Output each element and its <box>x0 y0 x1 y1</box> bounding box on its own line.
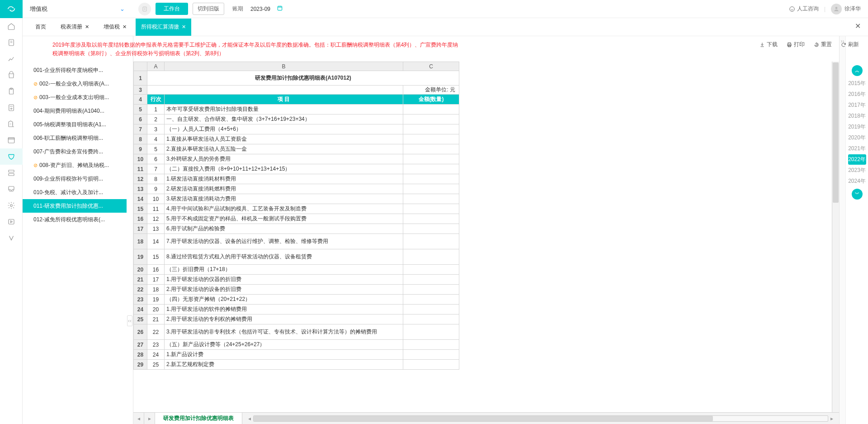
period-value[interactable]: 2023-09 <box>250 6 270 12</box>
tree-item[interactable]: 010-免税、减计收入及加计... <box>23 186 127 199</box>
tab[interactable]: 增值税✕ <box>98 19 132 36</box>
row-header[interactable]: 18 <box>134 234 147 249</box>
refresh-button[interactable]: 刷新 <box>841 41 859 48</box>
year-button[interactable]: 2018年 <box>848 111 866 121</box>
row-header[interactable]: 11 <box>134 164 147 174</box>
cell-amount[interactable] <box>403 234 459 249</box>
tab[interactable]: 所得税汇算清缴✕ <box>136 19 191 36</box>
row-header[interactable]: 16 <box>134 214 147 224</box>
cell-item[interactable]: 6.用于试制产品的检验费 <box>165 224 403 234</box>
cell-amount[interactable] <box>403 154 459 164</box>
cell-item[interactable]: 本年可享受研发费用加计扣除项目数量 <box>165 105 403 114</box>
row-header[interactable]: 27 <box>134 340 147 350</box>
nav-tax-icon[interactable] <box>0 148 23 165</box>
cell-seq[interactable]: 19 <box>147 295 165 305</box>
cell-item[interactable]: 1.新产品设计费 <box>165 350 403 360</box>
nav-settings-icon[interactable] <box>0 197 23 214</box>
reset-button[interactable]: 重置 <box>814 41 832 48</box>
calendar-icon[interactable] <box>277 5 283 13</box>
year-button[interactable]: 2021年 <box>848 143 866 154</box>
switch-old-button[interactable]: 切到旧版 <box>193 3 224 15</box>
row-header[interactable]: 10 <box>134 154 147 164</box>
cell-seq[interactable]: 3 <box>147 124 165 134</box>
cell-amount[interactable] <box>403 295 459 305</box>
year-button[interactable]: 2015年 <box>848 78 866 89</box>
cell-item[interactable]: 2.直接从事研发活动人员五险一金 <box>165 144 403 154</box>
row-header[interactable]: 17 <box>134 224 147 234</box>
row-header[interactable]: 23 <box>134 295 147 305</box>
row-header[interactable]: 13 <box>134 184 147 194</box>
collapse-tree-handle[interactable]: ‹‹ <box>127 36 133 424</box>
row-header[interactable]: 24 <box>134 305 147 314</box>
cell-amount[interactable] <box>403 224 459 234</box>
cell-seq[interactable]: 13 <box>147 224 165 234</box>
tab[interactable]: 首页 <box>30 19 52 36</box>
cell-item[interactable]: 2.新工艺规程制定费 <box>165 360 403 370</box>
tree-item[interactable]: 004-期间费用明细表(A1040... <box>23 104 127 118</box>
nav-wallet-icon[interactable] <box>0 132 23 148</box>
user-menu[interactable]: 徐泽华 <box>831 4 861 14</box>
close-all-tabs-icon[interactable]: ✕ <box>855 22 861 30</box>
year-scroll-up-icon[interactable]: ︽ <box>852 65 863 76</box>
nav-archive-icon[interactable] <box>0 165 23 181</box>
nav-calc-icon[interactable] <box>0 100 23 116</box>
row-header[interactable]: 19 <box>134 249 147 265</box>
cell-item[interactable]: （三）折旧费用（17+18） <box>165 265 403 275</box>
cell-amount[interactable] <box>403 324 459 340</box>
nav-video-icon[interactable] <box>0 214 23 230</box>
cell-seq[interactable]: 21 <box>147 314 165 324</box>
cell-amount[interactable] <box>403 305 459 314</box>
tree-item[interactable]: 006-职工薪酬纳税调整明细... <box>23 131 127 145</box>
tab[interactable]: 税表清册✕ <box>55 19 94 36</box>
col-header-b[interactable]: B <box>165 62 403 71</box>
year-button[interactable]: 2017年 <box>848 100 866 110</box>
cell-seq[interactable]: 5 <box>147 144 165 154</box>
row-header[interactable]: 15 <box>134 204 147 214</box>
row-header[interactable]: 28 <box>134 350 147 360</box>
cell-seq[interactable]: 4 <box>147 134 165 144</box>
nav-clipboard-icon[interactable] <box>0 83 23 100</box>
tree-item[interactable]: ⊘003-一般企业成本支出明细... <box>23 91 127 104</box>
cell-seq[interactable]: 24 <box>147 350 165 360</box>
tree-item[interactable]: 011-研发费用加计扣除优惠... <box>23 199 127 213</box>
cell-amount[interactable] <box>403 204 459 214</box>
col-header-c[interactable]: C <box>403 62 459 71</box>
cell-seq[interactable]: 20 <box>147 305 165 314</box>
cell-amount[interactable] <box>403 184 459 194</box>
cell-amount[interactable] <box>403 275 459 285</box>
expand-right-handle[interactable]: ›› <box>839 36 845 424</box>
row-header[interactable]: 7 <box>134 124 147 134</box>
cell-amount[interactable] <box>403 360 459 370</box>
nav-back-button[interactable] <box>138 3 151 15</box>
row-header[interactable]: 14 <box>134 194 147 204</box>
cell-seq[interactable]: 14 <box>147 234 165 249</box>
cell-seq[interactable]: 12 <box>147 214 165 224</box>
cell-seq[interactable]: 18 <box>147 285 165 295</box>
consult-link[interactable]: 人工咨询 <box>789 5 819 13</box>
year-button[interactable]: 2016年 <box>848 89 866 100</box>
year-scroll-down-icon[interactable]: ︾ <box>852 189 863 200</box>
cell-seq[interactable]: 23 <box>147 340 165 350</box>
cell-seq[interactable]: 1 <box>147 105 165 114</box>
cell-seq[interactable]: 11 <box>147 204 165 214</box>
download-button[interactable]: 下载 <box>760 41 778 48</box>
hscroll-right-icon[interactable]: ▸ <box>828 415 835 422</box>
cell-item[interactable]: 4.用于中间试验和产品试制的模具、工艺装备开发及制造费 <box>165 204 403 214</box>
row-header[interactable]: 3 <box>134 86 147 95</box>
sheet-tab-next[interactable]: ▸ <box>144 413 155 424</box>
cell-item[interactable]: 8.通过经营租赁方式租入的用于研发活动的仪器、设备租赁费 <box>165 249 403 265</box>
cell-amount[interactable] <box>403 285 459 295</box>
cell-amount[interactable] <box>403 174 459 184</box>
tree-item[interactable]: 001-企业所得税年度纳税申... <box>23 63 127 77</box>
cell-amount[interactable] <box>403 134 459 144</box>
row-header[interactable]: 6 <box>134 114 147 124</box>
year-button[interactable]: 2022年 <box>848 154 866 165</box>
cell-item[interactable]: 1.直接从事研发活动人员工资薪金 <box>165 134 403 144</box>
cell-item[interactable]: 1.用于研发活动的仪器的折旧费 <box>165 275 403 285</box>
cell-seq[interactable]: 6 <box>147 154 165 164</box>
vertical-scrollbar[interactable] <box>832 62 839 412</box>
cell-item[interactable]: （五）新产品设计费等（24+25+26+27） <box>165 340 403 350</box>
horizontal-scrollbar[interactable] <box>253 415 828 422</box>
cell-item[interactable]: 3.外聘研发人员的劳务费用 <box>165 154 403 164</box>
tree-item[interactable]: 012-减免所得税优惠明细表(... <box>23 213 127 226</box>
